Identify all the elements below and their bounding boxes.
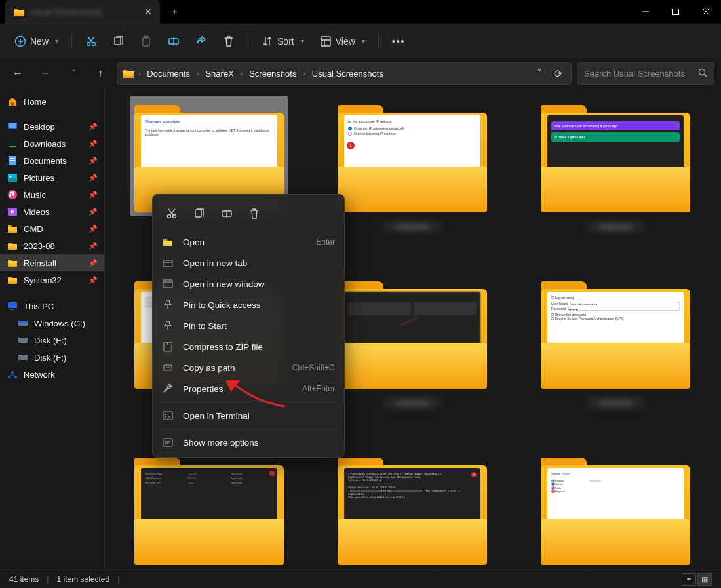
close-button[interactable] xyxy=(691,0,721,24)
window-tab[interactable]: Usual Screenshots ✕ xyxy=(5,0,160,24)
svg-point-3 xyxy=(92,42,96,45)
folder-item[interactable]: write a simple code for creating a game … xyxy=(527,96,704,233)
sidebar-item-network[interactable]: Network xyxy=(0,366,104,383)
chevron-down-icon: ▾ xyxy=(301,37,304,45)
sidebar-label: Home xyxy=(24,97,47,107)
tab-icon xyxy=(162,258,174,267)
sort-button[interactable]: Sort ▾ xyxy=(255,29,311,53)
address-dropdown-button[interactable]: ˅ xyxy=(532,66,547,81)
sidebar-item-documents[interactable]: Documents📌 xyxy=(0,152,104,169)
sidebar-drive-c[interactable]: Windows (C:) xyxy=(0,315,104,332)
ctx-label: Pin to Quick access xyxy=(183,300,261,310)
folder-item[interactable]: Microsoft Edge105.2.1Microsoft .NET Runt… xyxy=(121,448,298,570)
ctx-show-more[interactable]: Show more options xyxy=(153,432,344,453)
svg-point-16 xyxy=(10,176,12,178)
copy-button[interactable] xyxy=(106,29,131,53)
minimize-button[interactable] xyxy=(631,0,661,24)
sidebar-item-music[interactable]: Music📌 xyxy=(0,186,104,203)
forward-button[interactable]: → xyxy=(34,62,56,85)
ctx-copy-path[interactable]: Copy as pathCtrl+Shift+C xyxy=(153,357,344,378)
ctx-cut-button[interactable] xyxy=(161,203,183,225)
sidebar-item-cmd[interactable]: CMD📌 xyxy=(0,220,104,237)
new-button[interactable]: New ▾ xyxy=(8,29,65,53)
ctx-label: Compress to ZIP file xyxy=(183,342,263,352)
thumbnail-preview: Microsoft Edge105.2.1Microsoft .NET Runt… xyxy=(141,468,277,527)
search-icon xyxy=(698,68,707,79)
sidebar-item-downloads[interactable]: Downloads📌 xyxy=(0,135,104,152)
refresh-button[interactable]: ⟳ xyxy=(550,66,566,81)
pictures-icon xyxy=(7,172,18,183)
ctx-delete-button[interactable] xyxy=(243,203,265,225)
folder-item[interactable]: redacted xyxy=(324,272,501,409)
sidebar-item-pictures[interactable]: Pictures📌 xyxy=(0,169,104,186)
ctx-open-new-tab[interactable]: Open in new tab xyxy=(153,252,344,273)
ctx-open[interactable]: OpenEnter xyxy=(153,231,344,252)
share-button[interactable] xyxy=(189,29,214,53)
sidebar-item-system32[interactable]: System32📌 xyxy=(0,271,104,288)
ctx-terminal[interactable]: Open in Terminal xyxy=(153,405,344,426)
up-button[interactable]: ↑ xyxy=(89,62,111,85)
back-button[interactable]: ← xyxy=(7,62,29,85)
sidebar-drive-f[interactable]: Disk (F:) xyxy=(0,349,104,366)
sidebar-label: Downloads xyxy=(24,139,66,149)
ctx-properties[interactable]: PropertiesAlt+Enter xyxy=(153,378,344,399)
ctx-shortcut: Enter xyxy=(316,237,335,246)
ctx-open-new-window[interactable]: Open in new window xyxy=(153,273,344,294)
folder-open-icon xyxy=(162,237,174,246)
ctx-pin-quick[interactable]: Pin to Quick access xyxy=(153,294,344,315)
item-label: redacted xyxy=(383,397,442,409)
share-icon xyxy=(195,35,207,47)
sidebar-item-reinstall[interactable]: Reinstall📌 xyxy=(0,254,104,271)
breadcrumb-segment[interactable]: Screenshots xyxy=(246,68,299,80)
rename-button[interactable] xyxy=(161,29,186,53)
folder-item[interactable]: GeneralDetails 🟢 Display🔵 Cursor🟣 Color🔴… xyxy=(527,448,704,570)
svg-rect-5 xyxy=(143,37,149,46)
delete-button[interactable] xyxy=(216,29,241,53)
sort-icon xyxy=(262,35,273,47)
pin-icon: 📌 xyxy=(88,276,98,284)
details-view-button[interactable]: ≡ xyxy=(682,573,696,586)
view-button[interactable]: View ▾ xyxy=(313,29,372,53)
pin-icon xyxy=(162,300,174,310)
ctx-pin-start[interactable]: Pin to Start xyxy=(153,315,344,336)
cut-button[interactable] xyxy=(79,29,104,53)
sidebar-item-home[interactable]: Home xyxy=(0,93,104,110)
pin-icon: 📌 xyxy=(88,157,98,165)
thumbnail-preview xyxy=(344,292,480,351)
svg-rect-13 xyxy=(10,158,15,159)
ctx-rename-button[interactable] xyxy=(216,203,238,225)
sidebar-label: Disk (F:) xyxy=(34,353,66,363)
breadcrumb-segment[interactable]: Usual Screenshots xyxy=(309,68,386,80)
svg-rect-36 xyxy=(163,412,172,420)
new-tab-button[interactable]: ＋ xyxy=(160,5,189,19)
thumbnail-preview: C:\Windows\System32\DISM /Online /Cleanu… xyxy=(344,468,480,527)
folder-icon xyxy=(7,258,18,268)
recent-button[interactable]: ˅ xyxy=(62,62,84,85)
folder-item[interactable]: C:\Windows\System32\DISM /Online /Cleanu… xyxy=(324,448,501,570)
close-tab-icon[interactable]: ✕ xyxy=(144,7,152,17)
folder-item[interactable]: for the appropriate IP settings. Obtain … xyxy=(324,96,501,233)
folder-item[interactable]: ☐ Log on using User Nameoutmail-username… xyxy=(527,272,704,409)
sidebar-item-desktop[interactable]: Desktop📌 xyxy=(0,118,104,135)
sidebar-item-thispc[interactable]: This PC xyxy=(0,298,104,315)
svg-rect-4 xyxy=(115,37,121,45)
chevron-right-icon: › xyxy=(197,70,199,77)
chevron-down-icon: ▾ xyxy=(55,37,58,45)
ctx-copy-button[interactable] xyxy=(188,203,210,225)
ctx-label: Show more options xyxy=(183,438,259,448)
thumbnails-view-button[interactable]: ▦ xyxy=(697,573,712,586)
ctx-compress[interactable]: Compress to ZIP file xyxy=(153,336,344,357)
more-button[interactable]: ••• xyxy=(385,29,412,53)
address-bar[interactable]: › Documents › ShareX › Screenshots › Usu… xyxy=(117,62,572,85)
sidebar-item-2023-08[interactable]: 2023-08📌 xyxy=(0,237,104,254)
zip-icon xyxy=(162,342,174,352)
desktop-icon xyxy=(7,121,18,132)
maximize-button[interactable] xyxy=(661,0,691,24)
paste-button[interactable] xyxy=(134,29,159,53)
sidebar-drive-e[interactable]: Disk (E:) xyxy=(0,332,104,349)
sidebar-item-videos[interactable]: Videos📌 xyxy=(0,203,104,220)
breadcrumb-segment[interactable]: ShareX xyxy=(203,68,236,80)
search-input[interactable]: Search Usual Screenshots xyxy=(577,62,714,85)
folder-icon xyxy=(13,7,25,17)
breadcrumb-segment[interactable]: Documents xyxy=(144,68,193,80)
